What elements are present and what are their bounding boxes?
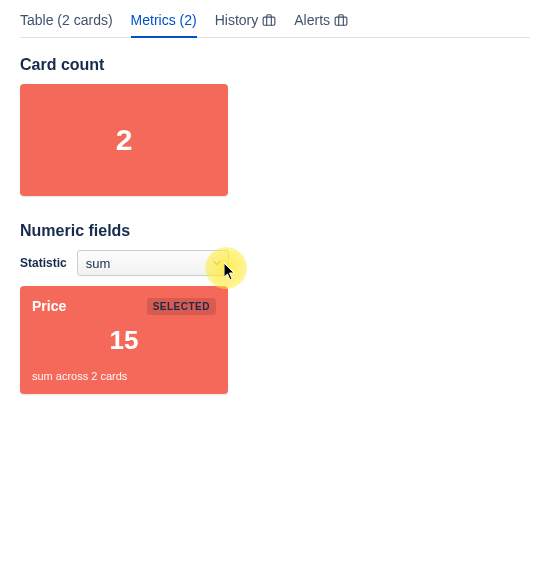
statistic-label: Statistic (20, 256, 67, 270)
tab-metrics[interactable]: Metrics (2) (131, 10, 197, 38)
statistic-row: Statistic sum (20, 250, 530, 276)
briefcase-icon (262, 13, 276, 27)
section-numeric-fields: Numeric fields Statistic sum Price SELEC… (20, 222, 530, 394)
numeric-fields-title: Numeric fields (20, 222, 530, 240)
statistic-select[interactable]: sum (77, 250, 229, 276)
tab-alerts[interactable]: Alerts (294, 10, 348, 38)
price-card[interactable]: Price SELECTED 15 sum across 2 cards (20, 286, 228, 394)
tab-metrics-label: Metrics (2) (131, 12, 197, 28)
tab-bar: Table (2 cards) Metrics (2) History Aler… (20, 10, 530, 38)
card-count-value: 2 (116, 123, 133, 157)
tab-table[interactable]: Table (2 cards) (20, 10, 113, 38)
price-card-footer: sum across 2 cards (32, 370, 216, 382)
statistic-select-wrap: sum (77, 250, 229, 276)
price-card-value: 15 (32, 315, 216, 370)
tab-table-label: Table (2 cards) (20, 12, 113, 28)
price-card-name: Price (32, 298, 66, 314)
card-count-tile[interactable]: 2 (20, 84, 228, 196)
section-card-count: Card count 2 (20, 56, 530, 196)
tab-alerts-label: Alerts (294, 12, 330, 28)
selected-badge: SELECTED (147, 298, 216, 315)
card-count-title: Card count (20, 56, 530, 74)
briefcase-icon (334, 13, 348, 27)
price-card-header: Price SELECTED (32, 298, 216, 315)
tab-history-label: History (215, 12, 259, 28)
tab-history[interactable]: History (215, 10, 277, 38)
svg-rect-0 (263, 17, 275, 25)
svg-rect-1 (335, 17, 347, 25)
